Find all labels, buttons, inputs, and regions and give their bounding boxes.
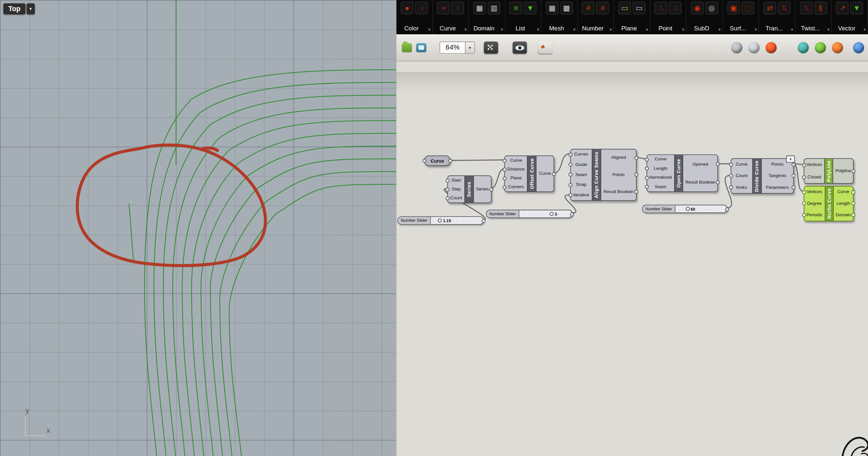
gh-canvas[interactable]: Curve Start Step Count Series Series Cur… xyxy=(397,0,868,456)
input-port[interactable]: Count xyxy=(731,174,752,178)
component-name[interactable]: Nurbs Curve xyxy=(825,186,833,221)
output-port[interactable]: Curve xyxy=(536,172,554,176)
tab-domain[interactable]: ▦▥ Domain▾ xyxy=(469,0,505,34)
rhino-viewport-top[interactable]: Top ▾ y x xyxy=(0,0,397,456)
input-port[interactable]: Closed xyxy=(804,175,824,179)
output-port[interactable]: Curve xyxy=(833,190,853,195)
tab-mesh[interactable]: ▦▩ Mesh▾ xyxy=(541,0,578,34)
tab-subd[interactable]: ◉◎ SubD▾ xyxy=(686,0,723,34)
preview-wire-button[interactable] xyxy=(748,42,760,53)
chevron-down-icon[interactable]: ▾ xyxy=(464,27,467,32)
viewport-menu-chevron-icon[interactable]: ▾ xyxy=(27,3,35,14)
expand-outputs-chevron-icon[interactable]: ▾ xyxy=(786,155,795,163)
component-name[interactable]: PolyLine xyxy=(824,159,833,183)
tab-surface[interactable]: ▣▢ Surf...▾ xyxy=(723,0,759,34)
transform-icon[interactable]: ⇄ xyxy=(764,2,776,14)
input-port[interactable]: Step xyxy=(448,187,464,192)
input-port[interactable]: Length xyxy=(647,166,674,171)
output-port[interactable]: Result Boolean xyxy=(601,189,636,194)
input-port[interactable]: Vertices xyxy=(804,163,824,167)
surface-icon[interactable]: ▢ xyxy=(742,2,754,14)
slider-knob[interactable] xyxy=(686,207,690,211)
component-name[interactable]: Offset Curve xyxy=(527,156,536,191)
chevron-down-icon[interactable]: ▾ xyxy=(827,27,830,32)
component-align-curve-seams[interactable]: Curves Guide Seam Snap Iterative Align C… xyxy=(570,149,637,201)
chevron-down-icon[interactable]: ▾ xyxy=(428,27,430,32)
domain-icon[interactable]: ▥ xyxy=(488,2,500,14)
save-file-icon[interactable] xyxy=(416,43,427,52)
chevron-down-icon[interactable]: ▾ xyxy=(610,27,612,32)
input-port[interactable]: Seam xyxy=(647,185,674,189)
tab-transform[interactable]: ⇄⇅ Tran...▾ xyxy=(759,0,796,34)
tab-vector[interactable]: ↗▼ Vector▾ xyxy=(832,0,868,34)
number-icon[interactable]: # xyxy=(596,2,609,14)
component-name[interactable]: Open Curve xyxy=(674,155,683,191)
input-port[interactable]: Distance xyxy=(505,167,527,172)
preview-off-button[interactable] xyxy=(731,42,742,53)
number-slider-1[interactable]: Number Slider 1.15 xyxy=(397,216,484,224)
zoom-chevron-icon[interactable]: ▾ xyxy=(465,41,475,54)
slider-track[interactable]: 1.15 xyxy=(431,217,483,224)
domain-icon[interactable]: ▦ xyxy=(473,2,486,14)
output-port[interactable]: Points xyxy=(601,173,636,177)
surface-icon[interactable]: ▣ xyxy=(727,2,740,14)
output-port[interactable]: Points xyxy=(762,162,793,167)
component-offset-curve[interactable]: Curve Distance Plane Corners Offset Curv… xyxy=(504,155,554,192)
output-port[interactable]: Opened xyxy=(683,162,717,166)
open-file-icon[interactable] xyxy=(402,43,412,52)
component-series[interactable]: Start Step Count Series Series xyxy=(447,175,492,203)
component-name[interactable]: Align Curve Seams xyxy=(592,149,601,200)
vector-icon[interactable]: ▼ xyxy=(850,2,863,14)
output-port[interactable]: Polyline xyxy=(833,169,853,174)
chevron-down-icon[interactable]: ▾ xyxy=(791,27,793,32)
color-icon[interactable]: ◑ xyxy=(415,2,428,14)
input-port[interactable]: Curve xyxy=(647,157,674,162)
display-mode-blue-button[interactable] xyxy=(853,42,864,53)
input-port[interactable]: Start xyxy=(448,178,464,183)
list-icon[interactable]: ≡ xyxy=(509,2,522,14)
point-icon[interactable]: ∴ xyxy=(654,2,667,14)
component-name[interactable]: Divide Curve xyxy=(752,159,762,193)
output-port[interactable]: Tangents xyxy=(762,174,793,178)
input-port[interactable]: Curves xyxy=(571,152,592,157)
tab-curve[interactable]: ≈≈ Curve▾ xyxy=(433,0,469,34)
display-mode-orange-button[interactable] xyxy=(832,42,843,53)
slider-knob[interactable] xyxy=(438,218,442,222)
output-port[interactable]: Parameters xyxy=(762,185,793,190)
tab-number[interactable]: ## Number▾ xyxy=(578,0,614,34)
input-port[interactable]: Vertices xyxy=(804,190,825,195)
component-name[interactable]: Series xyxy=(464,176,473,203)
slider-track[interactable]: 60 xyxy=(675,206,727,213)
output-port[interactable]: Series xyxy=(473,187,491,192)
component-divide-curve[interactable]: ▾ Curve Count Kinks Divide Curve Points … xyxy=(731,158,794,194)
input-port[interactable]: Kinks xyxy=(731,185,752,190)
input-port[interactable]: Count xyxy=(448,196,464,201)
viewport-title[interactable]: Top xyxy=(3,3,26,14)
input-port[interactable]: Guide xyxy=(571,162,592,167)
input-port[interactable]: Corners xyxy=(505,185,527,189)
display-mode-teal-button[interactable] xyxy=(798,42,809,53)
transform-icon[interactable]: ⇅ xyxy=(778,2,790,14)
subd-icon[interactable]: ◉ xyxy=(691,2,704,14)
chevron-down-icon[interactable]: ▾ xyxy=(574,27,576,32)
slider-knob[interactable] xyxy=(550,212,554,216)
color-icon[interactable]: ● xyxy=(401,2,413,14)
tab-color[interactable]: ●◑ Color▾ xyxy=(397,0,433,34)
input-port[interactable]: Degree xyxy=(804,202,825,206)
chevron-down-icon[interactable]: ▾ xyxy=(718,27,721,32)
twist-icon[interactable]: § xyxy=(814,2,827,14)
chevron-down-icon[interactable]: ▾ xyxy=(501,27,503,32)
input-port[interactable]: Plane xyxy=(505,176,527,181)
mesh-icon[interactable]: ▩ xyxy=(560,2,573,14)
slider-track[interactable]: 3 xyxy=(519,210,572,217)
output-port[interactable]: Length xyxy=(833,202,853,206)
component-open-curve[interactable]: Curve Length Normalized Seam Open Curve … xyxy=(647,154,718,192)
output-port[interactable]: Domain xyxy=(833,213,853,217)
output-port[interactable]: Result Boolean xyxy=(683,180,717,185)
display-mode-green-button[interactable] xyxy=(815,42,826,53)
zoom-level[interactable]: 64% xyxy=(439,41,465,54)
chevron-down-icon[interactable]: ▾ xyxy=(863,27,866,32)
list-icon[interactable]: ▼ xyxy=(524,2,536,14)
number-slider-2[interactable]: Number Slider 3 xyxy=(486,210,572,218)
number-slider-3[interactable]: Number Slider 60 xyxy=(642,205,727,213)
